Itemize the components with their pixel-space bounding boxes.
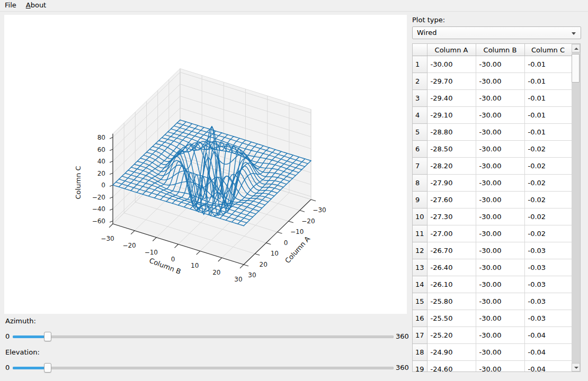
table-cell[interactable]: -0.02 <box>524 158 572 175</box>
table-cell[interactable]: -27.90 <box>427 175 476 192</box>
table-cell[interactable]: -0.03 <box>524 259 572 276</box>
table-cell[interactable]: -26.70 <box>427 242 476 259</box>
table-cell[interactable]: -0.04 <box>524 327 572 344</box>
table-cell[interactable]: -30.00 <box>476 361 524 373</box>
table-cell[interactable]: -0.02 <box>524 208 572 225</box>
column-header-b[interactable]: Column B <box>476 44 524 56</box>
row-number[interactable]: 2 <box>413 73 427 90</box>
scrollbar-up-button[interactable] <box>572 44 580 52</box>
table-cell[interactable]: -0.03 <box>524 293 572 310</box>
table-cell[interactable]: -25.80 <box>427 293 476 310</box>
azimuth-max-label: 360 <box>396 332 409 341</box>
table-cell[interactable]: -0.01 <box>524 56 572 73</box>
x-tick-label: −10 <box>145 249 158 256</box>
table-cell[interactable]: -27.30 <box>427 208 476 225</box>
table-cell[interactable]: -25.20 <box>427 327 476 344</box>
table-cell[interactable]: -0.01 <box>524 124 572 141</box>
table-cell[interactable]: -29.40 <box>427 90 476 107</box>
plot-type-dropdown[interactable]: Wired <box>412 26 581 39</box>
scrollbar-down-button[interactable] <box>572 363 580 371</box>
table-cell[interactable]: -29.70 <box>427 73 476 90</box>
row-number[interactable]: 7 <box>413 158 427 175</box>
table-cell[interactable]: -25.50 <box>427 310 476 327</box>
table-cell[interactable]: -0.03 <box>524 242 572 259</box>
table-cell[interactable]: -0.02 <box>524 175 572 192</box>
table-cell[interactable]: -30.00 <box>476 242 524 259</box>
table-cell[interactable]: -30.00 <box>476 225 524 242</box>
column-header-a[interactable]: Column A <box>427 44 476 56</box>
table-cell[interactable]: -0.02 <box>524 192 572 208</box>
row-number[interactable]: 16 <box>413 310 427 327</box>
table-cell[interactable]: -0.01 <box>524 73 572 90</box>
row-number[interactable]: 9 <box>413 192 427 208</box>
table-cell[interactable]: -0.02 <box>524 141 572 158</box>
table-cell[interactable]: -0.01 <box>524 90 572 107</box>
table-cell[interactable]: -0.03 <box>524 310 572 327</box>
table-cell[interactable]: -29.10 <box>427 107 476 124</box>
table-cell[interactable]: -27.00 <box>427 225 476 242</box>
row-number[interactable]: 14 <box>413 276 427 293</box>
table-cell[interactable]: -0.04 <box>524 344 572 361</box>
row-number[interactable]: 13 <box>413 259 427 276</box>
table-cell[interactable]: -30.00 <box>476 293 524 310</box>
table-cell[interactable]: -30.00 <box>476 158 524 175</box>
table-cell[interactable]: -28.50 <box>427 141 476 158</box>
table-cell[interactable]: -0.04 <box>524 361 572 373</box>
table-row: 2-29.70-30.00-0.01 <box>413 73 572 90</box>
table-cell[interactable]: -24.60 <box>427 361 476 373</box>
azimuth-slider-handle[interactable] <box>44 332 51 341</box>
table-cell[interactable]: -28.20 <box>427 158 476 175</box>
row-number[interactable]: 4 <box>413 107 427 124</box>
y-tick-label: −20 <box>301 217 315 225</box>
table-cell[interactable]: -0.03 <box>524 276 572 293</box>
scrollbar-thumb[interactable] <box>572 54 580 83</box>
table-cell[interactable]: -0.02 <box>524 225 572 242</box>
table-cell[interactable]: -30.00 <box>476 310 524 327</box>
table-cell[interactable]: -30.00 <box>476 327 524 344</box>
x-tick-label: 10 <box>191 262 199 269</box>
row-number[interactable]: 15 <box>413 293 427 310</box>
table-cell[interactable]: -30.00 <box>427 56 476 73</box>
x-tick-label: 30 <box>234 276 242 283</box>
table-cell[interactable]: -30.00 <box>476 107 524 124</box>
table-row: 9-27.60-30.00-0.02 <box>413 192 572 208</box>
table-cell[interactable]: -30.00 <box>476 175 524 192</box>
row-number[interactable]: 1 <box>413 56 427 73</box>
elevation-slider[interactable] <box>13 367 394 369</box>
row-number[interactable]: 5 <box>413 124 427 141</box>
row-number[interactable]: 17 <box>413 327 427 344</box>
table-cell[interactable]: -28.80 <box>427 124 476 141</box>
y-tick-label: −10 <box>290 228 304 235</box>
row-number[interactable]: 3 <box>413 90 427 107</box>
table-cell[interactable]: -0.01 <box>524 107 572 124</box>
menu-item-file[interactable]: File <box>0 0 21 11</box>
table-scrollbar[interactable] <box>572 44 580 371</box>
table-cell[interactable]: -27.60 <box>427 192 476 208</box>
row-number[interactable]: 11 <box>413 225 427 242</box>
table-cell[interactable]: -30.00 <box>476 141 524 158</box>
menu-item-about[interactable]: About <box>21 0 51 11</box>
table-cell[interactable]: -30.00 <box>476 259 524 276</box>
column-header-c[interactable]: Column C <box>524 44 572 56</box>
table-cell[interactable]: -24.90 <box>427 344 476 361</box>
row-number[interactable]: 19 <box>413 361 427 373</box>
table-cell[interactable]: -26.10 <box>427 276 476 293</box>
azimuth-slider-fill <box>13 335 48 338</box>
elevation-slider-handle[interactable] <box>44 363 51 373</box>
row-number[interactable]: 12 <box>413 242 427 259</box>
table-cell[interactable]: -30.00 <box>476 73 524 90</box>
table-cell[interactable]: -30.00 <box>476 192 524 208</box>
table-cell[interactable]: -30.00 <box>476 124 524 141</box>
row-number[interactable]: 8 <box>413 175 427 192</box>
row-number[interactable]: 18 <box>413 344 427 361</box>
table-cell[interactable]: -30.00 <box>476 56 524 73</box>
row-number[interactable]: 10 <box>413 208 427 225</box>
table-cell[interactable]: -30.00 <box>476 90 524 107</box>
azimuth-slider[interactable] <box>13 335 394 338</box>
table-cell[interactable]: -30.00 <box>476 276 524 293</box>
menu-bar: FileAbout <box>0 0 588 12</box>
table-cell[interactable]: -30.00 <box>476 208 524 225</box>
table-cell[interactable]: -30.00 <box>476 344 524 361</box>
row-number[interactable]: 6 <box>413 141 427 158</box>
table-cell[interactable]: -26.40 <box>427 259 476 276</box>
